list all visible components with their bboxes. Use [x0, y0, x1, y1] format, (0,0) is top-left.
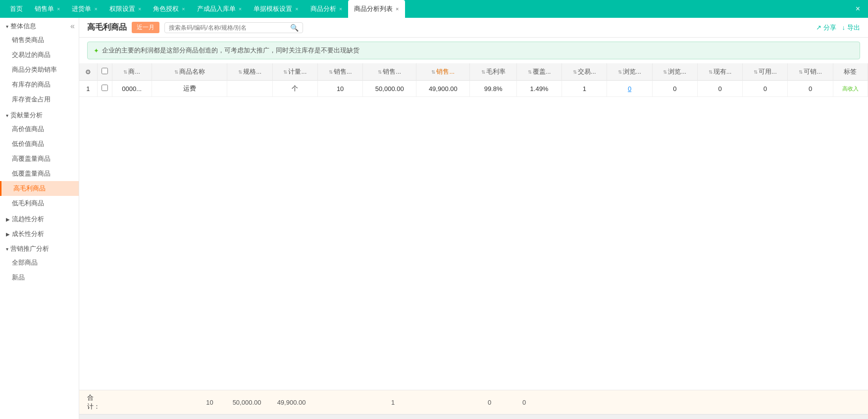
cell-available: 0	[743, 81, 788, 97]
select-all-checkbox[interactable]	[102, 68, 108, 74]
col-setting[interactable]: ⚙	[79, 63, 97, 81]
footer-sales-amount: 50,000.00	[225, 399, 269, 406]
col-tag[interactable]: 标签	[833, 63, 868, 81]
cell-unit: 个	[272, 81, 317, 97]
search-box[interactable]: 🔍	[164, 22, 303, 33]
nav-tab-template-settings[interactable]: 单据模板设置 ×	[248, 0, 304, 18]
cell-transactions: 1	[562, 81, 607, 97]
sidebar-item-traded-goods[interactable]: 交易过的商品	[0, 47, 79, 62]
nav-tab-purchase[interactable]: 进货单 ×	[66, 0, 103, 18]
nav-tab-product-analysis[interactable]: 商品分析 ×	[305, 0, 348, 18]
sidebar-item-high-coverage[interactable]: 高覆盖量商品	[0, 151, 79, 166]
sidebar-group-overall[interactable]: ▾ 整体信息	[0, 18, 79, 33]
cell-checkbox[interactable]	[97, 81, 112, 97]
sidebar-item-low-margin[interactable]: 低毛利商品	[0, 196, 79, 211]
col-name[interactable]: ⇅ 商品名称	[152, 63, 227, 81]
col-available[interactable]: ⇅ 可用...	[743, 63, 788, 81]
col-sellable[interactable]: ⇅ 可销...	[788, 63, 833, 81]
chevron-down-icon: ▾	[6, 113, 8, 118]
cell-sales-cost: 49,900.00	[416, 81, 470, 97]
close-icon[interactable]: ×	[57, 6, 60, 12]
content-header: 高毛利商品 近一月 🔍 ↗ 分享 ↓ 导出	[79, 18, 868, 38]
cell-num: 1	[79, 81, 97, 97]
product-table: ⚙ ⇅ 商... ⇅	[79, 63, 868, 97]
info-icon: ✦	[94, 47, 99, 54]
nav-tab-product-analysis-list[interactable]: 商品分析列表 ×	[348, 0, 405, 18]
col-checkbox[interactable]	[97, 63, 112, 81]
share-button[interactable]: ↗ 分享	[816, 23, 836, 32]
info-banner: ✦ 企业的主要的利润都是这部分商品创造的，可考虑加大推广，同时关注库存是不要出现…	[87, 42, 860, 59]
col-coverage[interactable]: ⇅ 覆盖...	[516, 63, 562, 81]
close-icon[interactable]: ×	[94, 6, 97, 12]
sidebar-item-sales-goods[interactable]: 销售类商品	[0, 33, 79, 47]
col-views2[interactable]: ⇅ 浏览...	[652, 63, 697, 81]
table-row: 1 0000... 运费 个 10 50,000.00 49,900.00 99…	[79, 81, 868, 97]
filter-recent-month-button[interactable]: 近一月	[132, 22, 159, 33]
col-code[interactable]: ⇅ 商...	[112, 63, 152, 81]
table-header-row: ⚙ ⇅ 商... ⇅	[79, 63, 868, 81]
chevron-right-icon: ▶	[6, 232, 10, 237]
close-icon[interactable]: ×	[295, 6, 298, 12]
bottom-scrollbar[interactable]	[79, 414, 868, 419]
cell-sales-qty: 10	[318, 81, 363, 97]
col-sales-amount[interactable]: ⇅ 销售...	[363, 63, 416, 81]
sidebar-item-category-rate[interactable]: 商品分类助销率	[0, 62, 79, 77]
sidebar-item-low-value[interactable]: 低价值商品	[0, 137, 79, 151]
sidebar-item-all-goods[interactable]: 全部商品	[0, 255, 79, 270]
close-icon[interactable]: ×	[339, 6, 342, 12]
footer-available: 0	[507, 399, 542, 406]
col-sales-qty[interactable]: ⇅ 销售...	[318, 63, 363, 81]
nav-tab-home[interactable]: 首页	[4, 0, 29, 18]
cell-tag: 高收入	[833, 81, 868, 97]
cell-views1[interactable]: 0	[607, 81, 652, 97]
nav-tab-auth-settings[interactable]: 权限设置 ×	[103, 0, 147, 18]
sidebar-item-low-coverage[interactable]: 低覆盖量商品	[0, 166, 79, 181]
nav-tab-product-warehouse[interactable]: 产成品入库单 ×	[191, 0, 248, 18]
col-gross-rate[interactable]: ⇅ 毛利率	[470, 63, 517, 81]
cell-sellable: 0	[788, 81, 833, 97]
col-spec[interactable]: ⇅ 规格...	[227, 63, 272, 81]
header-actions: ↗ 分享 ↓ 导出	[816, 23, 861, 32]
export-button[interactable]: ↓ 导出	[842, 23, 861, 32]
main-layout: « ▾ 整体信息 销售类商品 交易过的商品 商品分类助销率 有库存的商品 库存资…	[0, 18, 868, 419]
footer-total: 合计： 10 50,000.00 49,900.00 1 0 0	[79, 390, 868, 414]
search-icon[interactable]: 🔍	[290, 24, 299, 32]
sidebar-item-in-stock[interactable]: 有库存的商品	[0, 77, 79, 92]
top-nav: 首页 销售单 × 进货单 × 权限设置 × 角色授权 × 产成品入库单 × 单据…	[0, 0, 868, 18]
search-input[interactable]	[169, 24, 288, 31]
col-views1[interactable]: ⇅ 浏览...	[607, 63, 652, 81]
sidebar-group-contribution[interactable]: ▾ 贡献量分析	[0, 107, 79, 122]
table-container[interactable]: ⚙ ⇅ 商... ⇅	[79, 63, 868, 390]
cell-code: 0000...	[112, 81, 152, 97]
close-icon[interactable]: ×	[182, 6, 185, 12]
cell-spec	[227, 81, 272, 97]
sidebar: « ▾ 整体信息 销售类商品 交易过的商品 商品分类助销率 有库存的商品 库存资…	[0, 18, 79, 419]
cell-name: 运费	[152, 81, 227, 97]
sidebar-item-high-value[interactable]: 高价值商品	[0, 122, 79, 137]
nav-tab-sales[interactable]: 销售单 ×	[29, 0, 66, 18]
page-title: 高毛利商品	[87, 22, 127, 33]
col-unit[interactable]: ⇅ 计量...	[272, 63, 317, 81]
sidebar-item-high-margin[interactable]: 高毛利商品	[0, 181, 79, 196]
nav-tab-role-auth[interactable]: 角色授权 ×	[147, 0, 191, 18]
footer-total-label: 合计：	[87, 393, 106, 411]
sidebar-collapse-icon[interactable]: «	[70, 22, 75, 31]
close-icon[interactable]: ×	[239, 6, 242, 12]
col-transactions[interactable]: ⇅ 交易...	[562, 63, 607, 81]
sidebar-item-new-goods[interactable]: 新品	[0, 270, 79, 285]
nav-close-all-icon[interactable]: ×	[852, 4, 864, 13]
sidebar-group-growth[interactable]: ▶ 成长性分析	[0, 226, 79, 240]
footer-sales-qty: 10	[195, 399, 225, 406]
cell-views2: 0	[652, 81, 697, 97]
sidebar-group-trend[interactable]: ▶ 流趋性分析	[0, 211, 79, 226]
row-checkbox[interactable]	[102, 85, 108, 91]
cell-coverage: 1.49%	[516, 81, 562, 97]
sidebar-group-marketing[interactable]: ▾ 营销推广分析	[0, 240, 79, 255]
close-icon[interactable]: ×	[138, 6, 141, 12]
footer-transactions: 1	[373, 399, 413, 406]
close-icon[interactable]: ×	[396, 6, 399, 12]
col-sales-cost[interactable]: ⇅ 销售...	[416, 63, 470, 81]
sidebar-item-stock-capital[interactable]: 库存资金占用	[0, 92, 79, 107]
col-current-stock[interactable]: ⇅ 现有...	[697, 63, 742, 81]
footer-sales-cost: 49,900.00	[269, 399, 314, 406]
